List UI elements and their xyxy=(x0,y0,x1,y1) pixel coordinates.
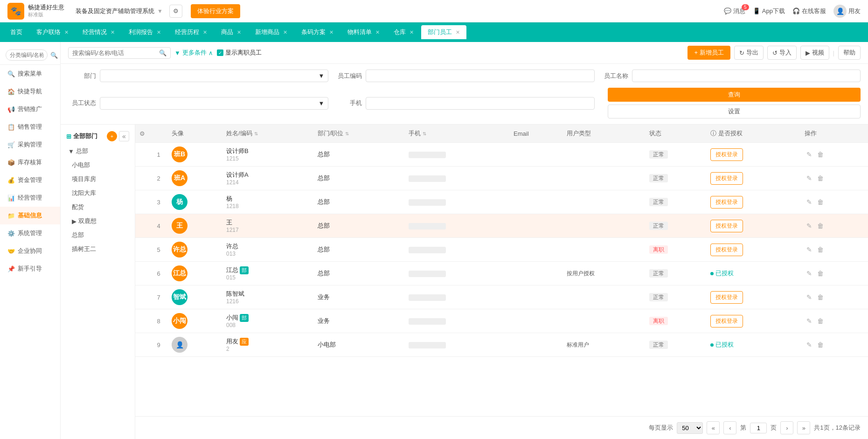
settings-gear-button[interactable]: ⚙ xyxy=(169,5,182,18)
th-dept[interactable]: 部门/职位 ⇅ xyxy=(314,125,405,143)
dept-node-chashuwang[interactable]: 插树王二 xyxy=(61,242,135,256)
tab-journey[interactable]: 经营历程✕ xyxy=(168,25,214,39)
sidebar-item-sales[interactable]: 📋 销售管理 xyxy=(0,118,60,136)
delete-button-4[interactable]: 🗑 xyxy=(815,245,826,254)
show-resigned-toggle[interactable]: ✓ 显示离职员工 xyxy=(217,49,262,57)
tab-customer[interactable]: 客户联络✕ xyxy=(30,25,75,39)
set-button[interactable]: 设置 xyxy=(608,105,861,118)
dept-node-shuanglu[interactable]: ▶ 双鹿想 xyxy=(61,214,135,228)
sidebar-item-quicknav[interactable]: 🏠 快捷导航 xyxy=(0,83,60,100)
sidebar-item-collab[interactable]: 🤝 企业协同 xyxy=(0,242,60,260)
auth-button-0[interactable]: 授权登录 xyxy=(710,148,743,161)
sidebar-item-finance[interactable]: 💰 资金管理 xyxy=(0,171,60,189)
edit-button-0[interactable]: ✎ xyxy=(805,150,814,159)
export-button[interactable]: ↻ 导出 xyxy=(734,46,764,60)
tab-operation[interactable]: 经营情况✕ xyxy=(76,25,121,39)
tab-journey-close[interactable]: ✕ xyxy=(203,29,207,35)
online-service-button[interactable]: 🎧 在线客服 xyxy=(792,7,826,15)
first-page-button[interactable]: « xyxy=(707,421,720,434)
last-page-button[interactable]: » xyxy=(797,421,810,434)
per-page-select[interactable]: 50 100 xyxy=(677,422,703,434)
search-button[interactable]: 查询 xyxy=(608,88,861,102)
edit-button-1[interactable]: ✎ xyxy=(805,174,814,183)
tab-bom[interactable]: 物料清单✕ xyxy=(341,25,386,39)
empcode-input[interactable] xyxy=(366,70,594,82)
edit-button-7[interactable]: ✎ xyxy=(805,316,814,326)
sidebar-item-system[interactable]: ⚙️ 系统管理 xyxy=(0,224,60,242)
sidebar-search-input[interactable] xyxy=(6,49,48,61)
auth-button-6[interactable]: 授权登录 xyxy=(710,291,743,304)
dept-add-button[interactable]: + xyxy=(107,131,117,141)
delete-button-6[interactable]: 🗑 xyxy=(815,293,826,302)
auth-button-4[interactable]: 授权登录 xyxy=(710,244,743,256)
dept-node-distribution[interactable]: 配货 xyxy=(61,200,135,214)
edit-button-4[interactable]: ✎ xyxy=(805,245,814,254)
auth-button-1[interactable]: 授权登录 xyxy=(710,172,743,185)
th-name[interactable]: 姓名/编码 ⇅ xyxy=(222,125,314,143)
dept-node-shenyang[interactable]: 沈阳大库 xyxy=(61,186,135,200)
delete-button-7[interactable]: 🗑 xyxy=(815,316,826,326)
empname-input[interactable] xyxy=(632,70,861,82)
dept-node-headquarters[interactable]: ▼ 总部 xyxy=(61,144,135,158)
dept-node-hq[interactable]: 总部 xyxy=(61,228,135,242)
tab-operation-close[interactable]: ✕ xyxy=(111,29,115,35)
import-button[interactable]: ↺ 导入 xyxy=(767,46,797,60)
tab-new-goods-close[interactable]: ✕ xyxy=(283,29,287,35)
app-download-button[interactable]: 📱 App下载 xyxy=(753,7,785,15)
tab-profit-close[interactable]: ✕ xyxy=(157,29,161,35)
view-button[interactable]: ▶ 视频 xyxy=(800,46,829,60)
prev-page-button[interactable]: ‹ xyxy=(723,421,736,434)
delete-button-8[interactable]: 🗑 xyxy=(815,340,826,349)
delete-button-3[interactable]: 🗑 xyxy=(815,221,826,230)
dept-collapse-button[interactable]: « xyxy=(119,131,129,141)
help-button[interactable]: 帮助 xyxy=(838,46,861,60)
delete-button-0[interactable]: 🗑 xyxy=(815,150,826,159)
tab-barcode-close[interactable]: ✕ xyxy=(329,29,333,35)
th-setting[interactable]: ⚙ xyxy=(135,125,149,143)
tab-new-goods[interactable]: 新增商品✕ xyxy=(249,25,294,39)
sidebar-item-basic[interactable]: 📁 基础信息 xyxy=(0,207,60,224)
tab-dept-employee[interactable]: 部门员工✕ xyxy=(421,25,466,39)
sidebar-item-marketing[interactable]: 📢 营销推广 xyxy=(0,100,60,118)
add-employee-button[interactable]: + 新增员工 xyxy=(687,46,730,60)
sidebar-item-search[interactable]: 🔍 搜索菜单 xyxy=(0,65,60,83)
tab-barcode[interactable]: 条码方案✕ xyxy=(295,25,340,39)
delete-button-5[interactable]: 🗑 xyxy=(815,269,826,278)
delete-button-2[interactable]: 🗑 xyxy=(815,197,826,207)
auth-button-2[interactable]: 授权登录 xyxy=(710,196,743,209)
tab-goods-close[interactable]: ✕ xyxy=(237,29,241,35)
page-input[interactable] xyxy=(750,423,767,433)
tab-goods[interactable]: 商品✕ xyxy=(215,25,248,39)
sidebar-item-business[interactable]: 📊 经营管理 xyxy=(0,189,60,207)
dept-select[interactable]: ▼ xyxy=(100,70,328,82)
th-phone[interactable]: 手机 ⇅ xyxy=(405,125,510,143)
tab-bom-close[interactable]: ✕ xyxy=(375,29,380,35)
message-button[interactable]: 💬 消息 5 xyxy=(724,7,745,15)
search-input[interactable] xyxy=(72,49,156,56)
edit-button-2[interactable]: ✎ xyxy=(805,197,814,207)
edit-button-8[interactable]: ✎ xyxy=(805,340,814,349)
phone-input[interactable] xyxy=(366,97,594,110)
edit-button-6[interactable]: ✎ xyxy=(805,293,814,302)
sidebar-item-purchase[interactable]: 🛒 采购管理 xyxy=(0,136,60,153)
tab-home[interactable]: 首页 xyxy=(4,25,29,39)
edit-button-5[interactable]: ✎ xyxy=(805,269,814,278)
auth-button-3[interactable]: 授权登录 xyxy=(710,220,743,232)
empstatus-select[interactable]: ▼ xyxy=(100,97,328,110)
tab-warehouse-close[interactable]: ✕ xyxy=(410,29,414,35)
filter-more-button[interactable]: ▼ 更多条件 ∧ xyxy=(174,49,213,57)
user-area[interactable]: 👤 用友 xyxy=(833,5,861,18)
tab-customer-close[interactable]: ✕ xyxy=(64,29,69,35)
auth-button-7[interactable]: 授权登录 xyxy=(710,315,743,328)
edit-button-3[interactable]: ✎ xyxy=(805,221,814,230)
trial-button[interactable]: 体验行业方案 xyxy=(191,4,240,18)
next-page-button[interactable]: › xyxy=(780,421,793,434)
sidebar-item-guide[interactable]: 📌 新手引导 xyxy=(0,260,60,278)
tab-profit[interactable]: 利润报告✕ xyxy=(122,25,167,39)
dept-node-small-electric[interactable]: 小电部 xyxy=(61,158,135,172)
delete-button-1[interactable]: 🗑 xyxy=(815,174,826,183)
dept-node-project-warehouse[interactable]: 项目库房 xyxy=(61,172,135,186)
tab-dept-employee-close[interactable]: ✕ xyxy=(456,29,460,35)
sidebar-item-inventory[interactable]: 📦 库存核算 xyxy=(0,153,60,171)
tab-warehouse[interactable]: 仓库✕ xyxy=(387,25,420,39)
